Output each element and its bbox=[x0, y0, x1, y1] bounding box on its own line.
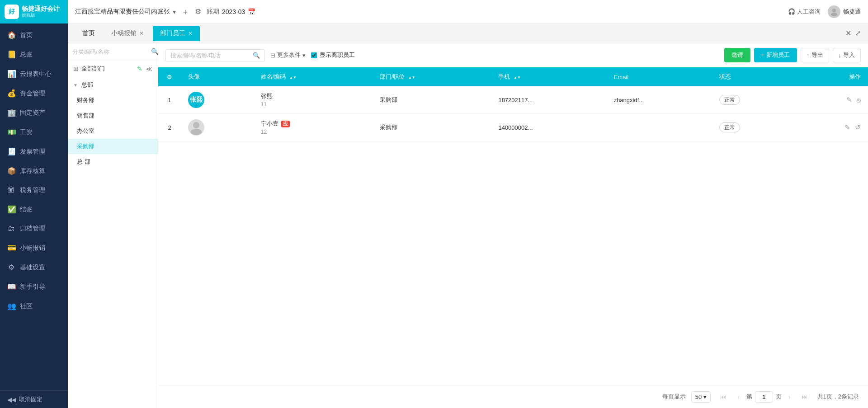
company-dropdown-icon[interactable]: ▾ bbox=[173, 8, 176, 15]
sidebar-item-funds[interactable]: 💰 资金管理 bbox=[0, 84, 68, 103]
dept-label: 采购部 bbox=[77, 142, 94, 150]
last-page-button[interactable]: ⏭ bbox=[797, 391, 812, 403]
first-page-button[interactable]: ⏮ bbox=[716, 391, 731, 403]
show-resigned-checkbox[interactable]: 显示离职员工 bbox=[311, 51, 355, 59]
row-email-cell bbox=[607, 114, 712, 141]
next-page-button[interactable]: › bbox=[784, 391, 795, 403]
sidebar-item-inventory[interactable]: 📦 库存核算 bbox=[0, 161, 68, 181]
export-label: 导出 bbox=[811, 51, 823, 59]
sidebar-item-tax[interactable]: 🏛 税务管理 bbox=[0, 181, 68, 200]
grid-icon: ⊞ bbox=[73, 65, 79, 72]
add-company-icon[interactable]: ＋ bbox=[181, 6, 189, 17]
company-settings-icon[interactable]: ⚙ bbox=[195, 7, 201, 16]
page-size-dropdown-icon: ▾ bbox=[703, 394, 707, 400]
svg-point-0 bbox=[832, 9, 836, 12]
page-size-select[interactable]: 50 ▾ bbox=[691, 391, 711, 403]
cancel-fixed-button[interactable]: ◀◀ 取消固定 bbox=[7, 395, 61, 403]
tab-home[interactable]: 首页 bbox=[75, 26, 102, 41]
dept-item-zongbu[interactable]: 总 部 bbox=[68, 154, 158, 169]
show-resigned-input[interactable] bbox=[311, 52, 317, 58]
employee-name: 张熙 bbox=[261, 92, 365, 100]
employee-panel: 🔍 ⊟ 更多条件 ▾ 显示离职员工 邀请 + 新增员工 ↑ 导出 bbox=[158, 43, 868, 408]
period-selector[interactable]: 账期 2023-03 📅 bbox=[207, 8, 255, 16]
dept-collapse-icon[interactable]: ≪ bbox=[146, 66, 152, 72]
page-label: 页 bbox=[776, 393, 782, 401]
employee-code: 12 bbox=[261, 129, 365, 135]
dept-label: 财务部 bbox=[77, 96, 94, 104]
edit-button[interactable]: ✎ bbox=[844, 123, 850, 131]
sidebar-item-community[interactable]: 👥 社区 bbox=[0, 296, 68, 316]
export-button[interactable]: ↑ 导出 bbox=[801, 48, 829, 62]
dept-arrow-icon: ▼ bbox=[73, 83, 78, 88]
employee-table: ⚙ 头像 姓名/编码 ▲▼ 部门/职位 ▲▼ 手机 bbox=[158, 67, 868, 141]
expand-window-icon[interactable]: ⤢ bbox=[855, 29, 861, 38]
sidebar-item-reports[interactable]: 📊 云报表中心 bbox=[0, 64, 68, 84]
user-menu[interactable]: 畅捷通 bbox=[828, 5, 861, 18]
calendar-icon[interactable]: 📅 bbox=[248, 8, 255, 15]
employee-search-input[interactable] bbox=[170, 52, 250, 59]
col-dept[interactable]: 部门/职位 ▲▼ bbox=[373, 67, 491, 86]
search-icon[interactable]: 🔍 bbox=[253, 52, 260, 59]
sidebar-item-payroll[interactable]: 💵 工资 bbox=[0, 122, 68, 142]
sidebar-item-archive[interactable]: 🗂 归档管理 bbox=[0, 219, 68, 238]
main-area: 江西服宝精品有限责任公司内账张 ▾ ＋ ⚙ 账期 2023-03 📅 🎧 人工咨… bbox=[68, 0, 868, 408]
svg-point-3 bbox=[191, 129, 202, 135]
page-nav: ⏮ ‹ 第 页 › ⏭ bbox=[716, 391, 811, 403]
tab-expense[interactable]: 小畅报销 ✕ bbox=[104, 26, 151, 41]
sidebar-item-ledger[interactable]: 📒 总账 bbox=[0, 45, 68, 64]
dept-item-office[interactable]: 办公室 bbox=[68, 123, 158, 139]
dept-search-input[interactable] bbox=[72, 48, 148, 55]
filter-button[interactable]: ⊟ 更多条件 ▾ bbox=[270, 51, 306, 59]
prev-page-button[interactable]: ‹ bbox=[733, 391, 744, 403]
sidebar-item-expense[interactable]: 💳 小畅报销 bbox=[0, 238, 68, 258]
col-avatar: 头像 bbox=[181, 67, 254, 86]
logout-button[interactable]: ⎋ bbox=[857, 96, 861, 104]
row-action-cell: ✎ ⎋ bbox=[795, 86, 868, 114]
edit-button[interactable]: ✎ bbox=[846, 96, 852, 104]
close-window-icon[interactable]: ✕ bbox=[845, 29, 851, 38]
table-header-row: ⚙ 头像 姓名/编码 ▲▼ 部门/职位 ▲▼ 手机 bbox=[158, 67, 868, 86]
sidebar-item-guide[interactable]: 📖 新手引导 bbox=[0, 277, 68, 296]
name-label: 宁小壹 bbox=[261, 120, 278, 128]
refresh-button[interactable]: ↺ bbox=[855, 123, 861, 131]
header-right: 🎧 人工咨询 畅捷通 bbox=[788, 5, 861, 18]
archive-icon: 🗂 bbox=[7, 225, 15, 233]
col-email: Email bbox=[607, 67, 712, 86]
tab-right-controls: ✕ ⤢ bbox=[845, 29, 861, 38]
col-name[interactable]: 姓名/编码 ▲▼ bbox=[254, 67, 373, 86]
dept-edit-icon[interactable]: ✎ bbox=[137, 65, 142, 72]
sidebar-item-settings[interactable]: ⚙ 基础设置 bbox=[0, 258, 68, 277]
company-selector[interactable]: 江西服宝精品有限责任公司内账张 ▾ bbox=[75, 8, 176, 16]
sidebar-item-label: 结账 bbox=[20, 206, 33, 214]
filter-icon: ⊟ bbox=[270, 52, 275, 59]
show-resigned-label: 显示离职员工 bbox=[320, 51, 355, 59]
add-employee-button[interactable]: + 新增员工 bbox=[754, 48, 797, 62]
sidebar-item-invoice[interactable]: 🧾 发票管理 bbox=[0, 142, 68, 161]
invite-button[interactable]: 邀请 bbox=[724, 48, 750, 62]
dept-item-finance[interactable]: 财务部 bbox=[68, 93, 158, 108]
sidebar-item-closing[interactable]: ✅ 结账 bbox=[0, 200, 68, 219]
row-email-cell: zhangxidf... bbox=[607, 86, 712, 114]
page-size-label: 每页显示 bbox=[662, 393, 686, 401]
sidebar-item-label: 社区 bbox=[20, 302, 33, 310]
table-header: ⚙ 头像 姓名/编码 ▲▼ 部门/职位 ▲▼ 手机 bbox=[158, 67, 868, 86]
avatar: 张熙 bbox=[188, 92, 204, 108]
status-badge: 正常 bbox=[719, 122, 740, 132]
col-settings[interactable]: ⚙ bbox=[158, 67, 181, 86]
page-input-field[interactable] bbox=[755, 391, 773, 403]
tab-expense-close-icon[interactable]: ✕ bbox=[139, 30, 144, 37]
tab-department[interactable]: 部门员工 ✕ bbox=[153, 26, 200, 41]
sidebar-item-label: 资金管理 bbox=[20, 89, 45, 98]
sidebar-item-home[interactable]: 🏠 首页 bbox=[0, 25, 68, 45]
support-button[interactable]: 🎧 人工咨询 bbox=[788, 8, 821, 16]
import-button[interactable]: ↓ 导入 bbox=[833, 48, 861, 62]
tab-department-close-icon[interactable]: ✕ bbox=[188, 30, 193, 37]
dept-search-icon[interactable]: 🔍 bbox=[151, 48, 159, 55]
col-phone[interactable]: 手机 ▲▼ bbox=[491, 67, 606, 86]
dept-item-purchasing[interactable]: 采购部 bbox=[68, 139, 158, 154]
sidebar-item-assets[interactable]: 🏢 固定资产 bbox=[0, 103, 68, 122]
dept-item-sales[interactable]: 销售部 bbox=[68, 108, 158, 123]
assets-icon: 🏢 bbox=[7, 108, 15, 117]
closing-icon: ✅ bbox=[7, 205, 15, 214]
all-dept-label[interactable]: ⊞ 全部部门 bbox=[73, 65, 133, 73]
